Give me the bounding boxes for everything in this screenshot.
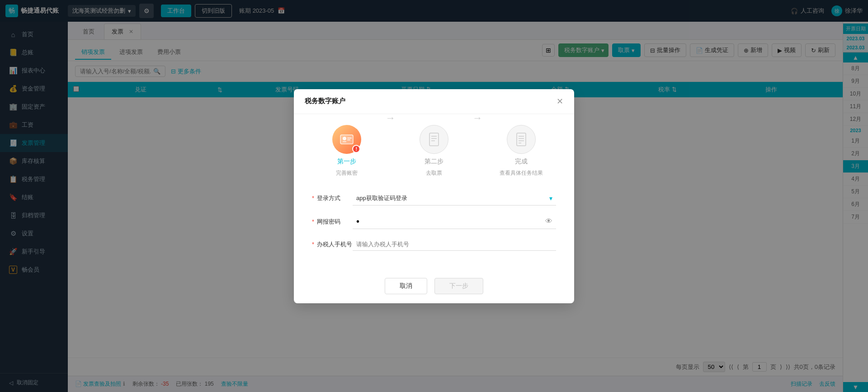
- steps-container: ! 第一步 完善账密 →: [312, 125, 556, 177]
- password-field-wrap: 👁: [353, 215, 556, 229]
- password-row: * 网报密码 👁: [312, 215, 556, 229]
- password-toggle-icon[interactable]: 👁: [542, 217, 556, 225]
- checklist-icon: [514, 132, 528, 147]
- svg-point-1: [343, 137, 346, 140]
- select-arrow-icon: ▾: [549, 195, 552, 202]
- step3-desc: 查看具体任务结果: [500, 169, 543, 177]
- login-method-label: * 登录方式: [312, 194, 353, 202]
- modal-header: 税务数字账户 ✕: [294, 89, 574, 114]
- tax-account-modal: 税务数字账户 ✕: [294, 89, 574, 303]
- step2-desc: 去取票: [426, 169, 442, 177]
- person-card-icon: [340, 132, 354, 147]
- step1-badge: !: [352, 145, 360, 153]
- step-3: 完成 查看具体任务结果: [486, 125, 556, 177]
- svg-rect-3: [347, 139, 350, 140]
- modal-footer: 取消 下一步: [294, 271, 574, 294]
- step2-circle: [420, 125, 448, 154]
- step-arrow-1: →: [382, 112, 399, 124]
- phone-label: * 办税人手机号: [312, 240, 353, 249]
- next-button[interactable]: 下一步: [434, 278, 483, 294]
- phone-row: * 办税人手机号: [312, 238, 556, 251]
- step-1: ! 第一步 完善账密: [312, 125, 382, 177]
- cancel-button[interactable]: 取消: [385, 278, 427, 294]
- step-arrow-2: →: [469, 112, 486, 124]
- modal-overlay: 税务数字账户 ✕: [0, 0, 868, 392]
- modal-body: ! 第一步 完善账密 →: [294, 114, 574, 271]
- svg-rect-2: [347, 138, 352, 139]
- phone-input[interactable]: [353, 238, 556, 251]
- step2-label: 第二步: [425, 158, 443, 166]
- step3-circle: [507, 125, 536, 154]
- modal-title: 税务数字账户: [305, 97, 345, 105]
- step3-icon-wrap: [507, 125, 536, 154]
- login-method-row: * 登录方式 app获取验证码登录 ▾: [312, 191, 556, 206]
- step3-label: 完成: [515, 158, 528, 166]
- modal-close-button[interactable]: ✕: [557, 96, 563, 106]
- step1-label: 第一步: [337, 158, 356, 166]
- document-icon: [427, 132, 441, 147]
- svg-rect-4: [343, 141, 346, 142]
- step1-icon-wrap: !: [332, 125, 361, 154]
- step1-desc: 完善账密: [336, 169, 358, 177]
- svg-rect-9: [517, 133, 526, 146]
- password-input[interactable]: [353, 215, 542, 229]
- password-label: * 网报密码: [312, 218, 353, 226]
- modal-form: * 登录方式 app获取验证码登录 ▾ * 网报密码: [312, 191, 556, 251]
- login-method-select[interactable]: app获取验证码登录 ▾: [353, 191, 556, 206]
- step-2: 第二步 去取票: [399, 125, 469, 177]
- svg-rect-5: [429, 133, 439, 146]
- svg-rect-0: [340, 135, 353, 144]
- step2-icon-wrap: [420, 125, 448, 154]
